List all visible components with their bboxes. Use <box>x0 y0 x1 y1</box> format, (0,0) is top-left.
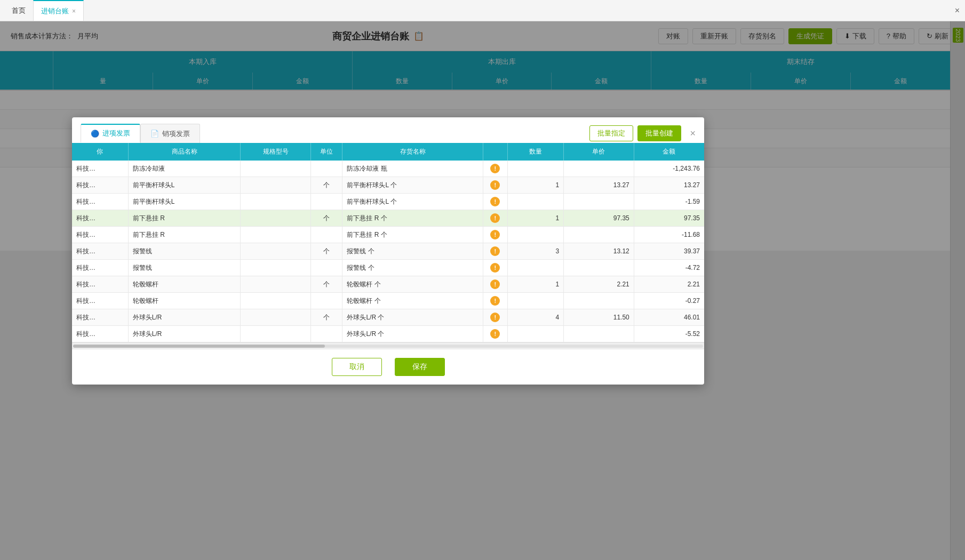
th-spec: 规格型号 <box>241 143 311 161</box>
warning-icon: ! <box>490 230 500 239</box>
tab-outgoing-invoice[interactable]: 📄 销项发票 <box>140 124 200 143</box>
active-tab[interactable]: 进销台账 × <box>33 0 84 21</box>
table-row: 科技…防冻冷却液防冻冷却液 瓶!-1,243.76 <box>72 161 704 177</box>
modal-table-wrapper: 你 商品名称 规格型号 单位 存货名称 数量 单价 金额 科技…防冻冷却液防冻冷… <box>72 143 704 342</box>
th-amount: 金额 <box>634 143 704 161</box>
outgoing-tab-icon: 📄 <box>150 130 159 138</box>
modal-scrollbar[interactable] <box>72 342 704 349</box>
modal-footer: 取消 保存 <box>72 349 704 385</box>
warning-icon: ! <box>490 164 500 173</box>
th-company: 你 <box>72 143 128 161</box>
modal-table: 你 商品名称 规格型号 单位 存货名称 数量 单价 金额 科技…防冻冷却液防冻冷… <box>72 143 704 342</box>
cancel-button[interactable]: 取消 <box>332 358 382 376</box>
warning-icon: ! <box>490 246 500 256</box>
warning-icon: ! <box>490 329 500 339</box>
table-head: 你 商品名称 规格型号 单位 存货名称 数量 单价 金额 <box>72 143 704 161</box>
top-nav: 首页 进销台账 × × <box>0 0 965 21</box>
table-row: 科技…轮毂螺杆个轮毂螺杆 个!12.212.21 <box>72 276 704 293</box>
modal-header: 🔵 进项发票 📄 销项发票 批量指定 批量创建 × <box>72 117 704 143</box>
modal-table-body: 科技…防冻冷却液防冻冷却液 瓶!-1,243.76科技…前平衡杆球头L个前平衡杆… <box>72 161 704 342</box>
table-row: 科技…外球头L/R外球头L/R 个!-5.52 <box>72 326 704 342</box>
scrollbar-track <box>73 345 703 348</box>
tab-incoming-invoice[interactable]: 🔵 进项发票 <box>81 124 140 143</box>
th-unit: 单位 <box>311 143 342 161</box>
modal-close-icon[interactable]: × <box>690 128 696 139</box>
table-row: 科技…轮毂螺杆轮毂螺杆 个!-0.27 <box>72 293 704 309</box>
warning-icon: ! <box>490 263 500 273</box>
active-tab-label: 进销台账 <box>41 6 69 16</box>
incoming-tab-label: 进项发票 <box>102 129 130 138</box>
th-warning <box>483 143 507 161</box>
th-price: 单价 <box>564 143 634 161</box>
save-button[interactable]: 保存 <box>395 358 445 376</box>
modal-dialog: 🔵 进项发票 📄 销项发票 批量指定 批量创建 × 你 商 <box>72 117 704 385</box>
warning-icon: ! <box>490 279 500 289</box>
outgoing-tab-label: 销项发票 <box>162 129 190 139</box>
table-row: 科技…前下悬挂 R前下悬挂 R 个!-11.68 <box>72 227 704 243</box>
batch-assign-button[interactable]: 批量指定 <box>589 125 633 141</box>
warning-icon: ! <box>490 180 500 190</box>
main-area: 销售成本计算方法： 月平均 商贸企业进销台账 📋 对账 重新开账 存货别名 生成… <box>0 21 965 560</box>
close-tab-icon[interactable]: × <box>72 7 76 15</box>
table-row: 科技…报警线个报警线 个!313.1239.37 <box>72 243 704 260</box>
incoming-tab-icon: 🔵 <box>91 130 99 138</box>
scrollbar-thumb <box>73 345 325 348</box>
table-row: 科技…外球头L/R个外球头L/R 个!411.5046.01 <box>72 309 704 326</box>
home-tab[interactable]: 首页 <box>4 0 33 21</box>
table-row: 科技…前下悬挂 R个前下悬挂 R 个!197.3597.35 <box>72 210 704 227</box>
warning-icon: ! <box>490 296 500 306</box>
window-close-icon[interactable]: × <box>955 6 960 15</box>
th-product-name: 商品名称 <box>128 143 241 161</box>
batch-create-button[interactable]: 批量创建 <box>637 125 681 141</box>
modal-header-actions: 批量指定 批量创建 × <box>589 125 696 141</box>
modal-tabs: 🔵 进项发票 📄 销项发票 <box>81 124 200 143</box>
warning-icon: ! <box>490 313 500 322</box>
warning-icon: ! <box>490 197 500 206</box>
th-inventory-name: 存货名称 <box>342 143 483 161</box>
table-row: 科技…前平衡杆球头L前平衡杆球头L 个!-1.59 <box>72 194 704 210</box>
table-row: 科技…前平衡杆球头L个前平衡杆球头L 个!113.2713.27 <box>72 177 704 194</box>
th-qty: 数量 <box>507 143 563 161</box>
table-header-row: 你 商品名称 规格型号 单位 存货名称 数量 单价 金额 <box>72 143 704 161</box>
table-row: 科技…报警线报警线 个!-4.72 <box>72 260 704 276</box>
warning-icon: ! <box>490 213 500 223</box>
